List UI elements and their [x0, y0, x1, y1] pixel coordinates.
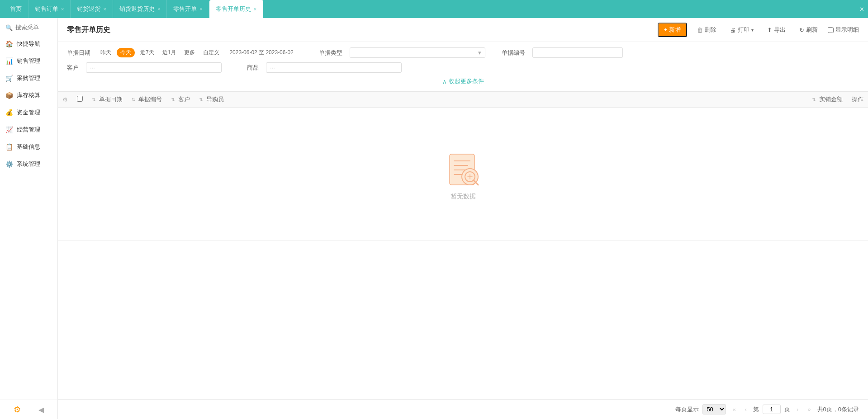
page-input[interactable] [763, 405, 781, 414]
filter-section: 单据日期 昨天 今天 近7天 近1月 更多 自定义 2023-06-02 至 2… [58, 42, 868, 91]
sidebar-item-operations-label: 经营管理 [17, 126, 40, 134]
sidebar-search-label: 搜索采单 [15, 24, 39, 32]
sidebar-item-finance-label: 资金管理 [17, 108, 40, 117]
date-option-1month[interactable]: 近1月 [160, 48, 179, 57]
empty-text: 暂无数据 [451, 193, 476, 201]
sidebar-item-sys-mgmt[interactable]: ⚙️ 系统管理 [0, 155, 57, 173]
per-page-label: 每页显示 [675, 405, 699, 414]
tab-sales-return-history-close[interactable]: × [157, 6, 160, 12]
window-close-btn[interactable]: ✕ [859, 6, 864, 13]
add-button[interactable]: + 新增 [658, 23, 687, 37]
print-button[interactable]: 🖨 打印 ▾ [726, 24, 757, 36]
sort-number-icon[interactable]: ⇅ [132, 97, 135, 102]
export-icon: ⬆ [767, 27, 772, 33]
date-option-today[interactable]: 今天 [117, 48, 135, 57]
collapse-sidebar-btn[interactable]: ◀ [38, 405, 44, 414]
last-page-btn[interactable]: » [805, 405, 813, 414]
delete-button[interactable]: 🗑 删除 [693, 24, 720, 36]
tab-sales-return-close[interactable]: × [103, 6, 106, 12]
page-title: 零售开单历史 [67, 25, 110, 35]
next-page-btn[interactable]: › [794, 405, 801, 414]
th-action: 操作 [847, 92, 868, 108]
filter-row-1: 单据日期 昨天 今天 近7天 近1月 更多 自定义 2023-06-02 至 2… [67, 47, 859, 58]
tab-bar-right: ✕ [859, 6, 864, 13]
sidebar-bottom: ⚙ ◀ [0, 400, 57, 419]
money-icon: 💰 [5, 109, 13, 116]
tab-home-label: 首页 [10, 5, 22, 13]
tab-sales-return-history[interactable]: 销货退货历史 × [113, 0, 167, 18]
sidebar-item-inventory-label: 库存核算 [17, 91, 40, 99]
table-settings-icon[interactable]: ⚙ [62, 96, 68, 103]
chart-icon: 📊 [5, 57, 13, 65]
tab-sales-return[interactable]: 销货退货 × [71, 0, 113, 18]
sort-date-icon[interactable]: ⇅ [92, 97, 95, 102]
th-settings: ⚙ [58, 92, 72, 108]
chevron-up-icon: ∧ [442, 78, 447, 85]
sort-amount-icon[interactable]: ⇅ [812, 97, 816, 102]
date-option-custom[interactable]: 自定义 [200, 48, 222, 57]
type-filter-select[interactable]: ▾ [350, 47, 485, 58]
sort-guide-icon[interactable]: ⇅ [199, 97, 203, 102]
table-header-row: ⚙ ⇅ 单据日期 ⇅ 单据编号 [58, 92, 868, 108]
goods-filter-dots: ··· [270, 64, 275, 71]
refresh-label: 刷新 [806, 26, 818, 34]
tab-retail-open-history-close[interactable]: × [254, 6, 256, 12]
sidebar-item-purchase-mgmt[interactable]: 🛒 采购管理 [0, 70, 57, 87]
sidebar-item-inventory[interactable]: 📦 库存核算 [0, 87, 57, 104]
refresh-icon: ↻ [799, 27, 804, 33]
type-filter-arrow: ▾ [478, 49, 481, 56]
delete-label: 删除 [705, 26, 716, 34]
print-label: 打印 [738, 26, 749, 34]
per-page-select[interactable]: 50 10 20 100 [702, 404, 726, 414]
sidebar-item-sales-mgmt[interactable]: 📊 销售管理 [0, 52, 57, 70]
select-all-checkbox[interactable] [77, 96, 83, 102]
th-spacer [228, 92, 808, 108]
refresh-button[interactable]: ↻ 刷新 [796, 24, 821, 36]
table-section: ⚙ ⇅ 单据日期 ⇅ 单据编号 [58, 91, 868, 399]
customer-filter-label: 客户 [67, 64, 79, 72]
collapse-button[interactable]: ∧ 收起更多条件 [67, 77, 859, 85]
tab-sales-order[interactable]: 销售订单 × [28, 0, 71, 18]
main-layout: 🔍 搜索采单 🏠 快捷导航 📊 销售管理 🛒 采购管理 📦 库存核算 💰 资金管… [0, 18, 868, 419]
sidebar-item-finance[interactable]: 💰 资金管理 [0, 104, 57, 121]
content-area: 零售开单历史 + 新增 🗑 删除 🖨 打印 ▾ ⬆ 导出 ↻ [58, 18, 868, 419]
sidebar-item-base-info[interactable]: 📋 基础信息 [0, 138, 57, 155]
sidebar-item-purchase-mgmt-label: 采购管理 [17, 74, 40, 82]
tab-sales-order-close[interactable]: × [61, 6, 64, 12]
empty-state-cell: 暂无数据 [58, 108, 868, 241]
tab-home[interactable]: 首页 [4, 0, 28, 18]
date-option-more[interactable]: 更多 [181, 48, 198, 57]
gear-icon: ⚙️ [5, 160, 13, 168]
th-guide: ⇅ 导购员 [194, 92, 228, 108]
tab-retail-open-close[interactable]: × [199, 6, 202, 12]
date-option-yesterday[interactable]: 昨天 [98, 48, 114, 57]
sidebar: 🔍 搜索采单 🏠 快捷导航 📊 销售管理 🛒 采购管理 📦 库存核算 💰 资金管… [0, 18, 58, 419]
tab-retail-open-history-label: 零售开单历史 [216, 5, 251, 13]
number-filter-label: 单据编号 [502, 49, 525, 57]
sidebar-item-quick-nav[interactable]: 🏠 快捷导航 [0, 35, 57, 52]
display-detail-input[interactable] [828, 27, 834, 33]
goods-filter-input[interactable]: ··· [266, 62, 402, 73]
sort-customer-icon[interactable]: ⇅ [171, 97, 175, 102]
sidebar-item-sales-mgmt-label: 销售管理 [17, 57, 40, 65]
first-page-btn[interactable]: « [730, 405, 738, 414]
export-button[interactable]: ⬆ 导出 [764, 24, 789, 36]
table-body: 暂无数据 [58, 108, 868, 241]
sidebar-search[interactable]: 🔍 搜索采单 [0, 20, 57, 35]
display-detail-checkbox[interactable]: 显示明细 [828, 26, 859, 34]
filter-row-2: 客户 ··· 商品 ··· [67, 62, 859, 73]
date-range-display: 2023-06-02 至 2023-06-02 [229, 49, 293, 56]
th-number-label: 单据编号 [138, 96, 162, 103]
tab-retail-open[interactable]: 零售开单 × [167, 0, 209, 18]
number-filter-input[interactable] [532, 47, 623, 58]
th-date-label: 单据日期 [99, 96, 123, 103]
sidebar-item-operations[interactable]: 📈 经营管理 [0, 121, 57, 138]
total-info: 共0页，0条记录 [817, 405, 859, 414]
tab-retail-open-history[interactable]: 零售开单历史 × [209, 0, 263, 18]
search-icon: 🔍 [5, 24, 13, 31]
settings-btn[interactable]: ⚙ [14, 405, 21, 414]
date-option-7days[interactable]: 近7天 [138, 48, 157, 57]
customer-filter-input[interactable]: ··· [86, 62, 222, 73]
prev-page-btn[interactable]: ‹ [742, 405, 749, 414]
cart-icon: 🛒 [5, 75, 13, 82]
